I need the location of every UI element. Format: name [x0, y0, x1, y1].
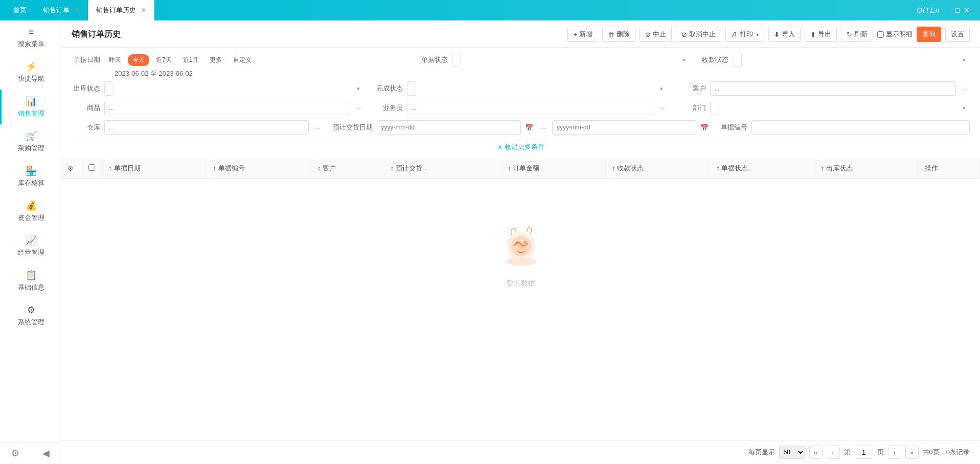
th-estimated[interactable]: ↕ 预计交货...: [384, 159, 501, 179]
export-button[interactable]: ⬆ 导出: [805, 27, 837, 42]
export-label: 导出: [818, 30, 831, 39]
customer-input[interactable]: [710, 81, 956, 96]
top-bar-right: OfTEn — □ ✕: [917, 6, 975, 14]
sidebar-item-system-mgmt[interactable]: ⚙ 系统管理: [0, 298, 61, 333]
fund-mgmt-icon: 💰: [26, 200, 37, 211]
refresh-button[interactable]: ↻ 刷新: [841, 27, 873, 42]
goods-dots-btn[interactable]: ···: [354, 104, 364, 112]
estimated-date-from[interactable]: [377, 120, 521, 135]
last-page-btn[interactable]: »: [905, 446, 919, 459]
th-order-status[interactable]: ↕ 单据状态: [710, 159, 814, 179]
filter-order-status: 单据状态: [419, 53, 689, 67]
complete-status-select[interactable]: [407, 81, 416, 96]
stop-button[interactable]: ⊘ 中止: [640, 27, 672, 42]
shortcut-custom[interactable]: 自定义: [229, 54, 256, 66]
filter-date-display-row: 2023-06-02 至 2023-06-02: [72, 69, 970, 78]
estimated-date-to[interactable]: [552, 120, 696, 135]
sidebar-item-inventory-calc[interactable]: 🏪 库存核算: [0, 159, 61, 194]
customer-dots-btn[interactable]: ···: [960, 85, 970, 93]
th-settings[interactable]: ⚙: [61, 159, 82, 179]
settings-button[interactable]: 设置: [945, 27, 970, 42]
system-mgmt-icon: ⚙: [27, 304, 35, 316]
tab-sales-order-history-label: 销售订单历史: [96, 6, 136, 15]
query-button[interactable]: 查询: [917, 27, 941, 42]
department-select[interactable]: [710, 101, 719, 115]
sidebar-item-fund-mgmt[interactable]: 💰 资金管理: [0, 194, 61, 229]
display-toggle-checkbox[interactable]: [877, 31, 884, 38]
select-all-checkbox[interactable]: [88, 164, 95, 171]
th-number[interactable]: ↕ 单据编号: [207, 159, 311, 179]
salesman-dots-btn[interactable]: ···: [657, 104, 667, 112]
next-page-btn[interactable]: ›: [888, 446, 901, 459]
shortcut-yesterday[interactable]: 昨天: [104, 54, 126, 66]
th-collection-status[interactable]: ↕ 收款状态: [606, 159, 710, 179]
print-button[interactable]: 🖨 打印 ▾: [725, 27, 764, 42]
display-toggle-label: 显示明细: [886, 30, 913, 39]
th-date[interactable]: ↕ 单据日期: [102, 159, 207, 179]
date-from: 2023-06-02: [115, 70, 149, 77]
import-button[interactable]: ⬇ 导入: [768, 27, 801, 42]
main-layout: ≡ 搜索菜单 ⚡ 快捷导航 📊 销售管理 🛒 采购管理 🏪 库存核算 💰 资金管…: [0, 20, 980, 464]
table-header-row: ⚙ ↕ 单据日期 ↕ 单据编号 ↕ 客户: [61, 159, 980, 179]
sidebar-collapse-btn[interactable]: ◀: [42, 448, 50, 459]
department-select-wrapper: [710, 101, 970, 115]
shortcut-7days[interactable]: 近7天: [151, 54, 176, 66]
stop-label: 中止: [653, 30, 666, 39]
salesman-label: 业务员: [374, 103, 403, 113]
sidebar-item-purchase-mgmt[interactable]: 🛒 采购管理: [0, 124, 61, 159]
first-page-btn[interactable]: «: [809, 446, 823, 459]
shortcut-today[interactable]: 今天: [128, 54, 149, 66]
collapse-row[interactable]: ∧ 收起更多条件: [72, 140, 970, 153]
tab-home[interactable]: 首页: [5, 0, 35, 20]
sidebar-item-quick-nav[interactable]: ⚡ 快捷导航: [0, 55, 61, 90]
warehouse-dots-btn[interactable]: ···: [313, 124, 323, 131]
calendar-to-icon[interactable]: 📅: [700, 124, 709, 131]
th-customer[interactable]: ↕ 客户: [311, 159, 384, 179]
tab-sales-order-history-close[interactable]: ✕: [141, 7, 146, 14]
display-toggle[interactable]: 显示明细: [877, 30, 913, 39]
sidebar-item-operations-mgmt[interactable]: 📈 经营管理: [0, 229, 61, 263]
prev-page-btn[interactable]: ‹: [827, 446, 840, 459]
sidebar-item-search-menu[interactable]: ≡ 搜索菜单: [0, 20, 61, 55]
tab-sales-order[interactable]: 销售订单 ✕: [35, 0, 88, 20]
svg-point-3: [515, 242, 518, 245]
warehouse-input[interactable]: [104, 120, 309, 135]
order-number-input[interactable]: [751, 120, 970, 135]
collection-status-select[interactable]: [733, 53, 742, 67]
window-minimize[interactable]: —: [944, 6, 951, 14]
order-status-select[interactable]: [452, 53, 461, 67]
sidebar-item-basic-info[interactable]: 📋 基础信息: [0, 263, 61, 298]
empty-state: 暂无数据: [61, 179, 980, 329]
sidebar-item-quick-nav-label: 快捷导航: [18, 74, 44, 83]
window-close[interactable]: ✕: [964, 6, 970, 14]
th-amount[interactable]: ↕ 订单金额: [502, 159, 606, 179]
settings-label: 设置: [951, 30, 964, 39]
per-page-select[interactable]: 50 10 20 100: [779, 446, 805, 459]
order-status-select-wrapper: [452, 53, 689, 67]
tab-home-label: 首页: [13, 6, 27, 15]
window-maximize[interactable]: □: [955, 6, 960, 14]
sidebar-bottom: ⚙ ◀: [0, 442, 61, 464]
tab-sales-order-history[interactable]: 销售订单历史 ✕: [88, 0, 154, 20]
salesman-input[interactable]: [407, 101, 653, 115]
shortcut-1month[interactable]: 近1月: [178, 54, 203, 66]
goods-label: 商品: [72, 103, 100, 113]
th-out-status[interactable]: ↕ 出库状态: [814, 159, 919, 179]
collection-status-select-wrapper: [733, 53, 970, 67]
cancel-stop-button[interactable]: ⊘ 取消中止: [676, 27, 721, 42]
delete-button[interactable]: 🗑 删除: [602, 27, 635, 42]
out-status-select[interactable]: [104, 81, 113, 96]
date-to: 2023-06-02: [158, 70, 193, 77]
shortcut-more[interactable]: 更多: [205, 54, 226, 66]
calendar-from-icon[interactable]: 📅: [525, 124, 533, 131]
page-input[interactable]: [855, 446, 873, 459]
new-button[interactable]: + 新增: [567, 27, 598, 42]
goods-input[interactable]: [104, 101, 350, 115]
tab-sales-order-close[interactable]: ✕: [75, 7, 80, 14]
sidebar-item-search-menu-label: 搜索菜单: [18, 39, 44, 49]
th-checkbox[interactable]: [82, 159, 102, 179]
sidebar-settings-btn[interactable]: ⚙: [11, 448, 19, 459]
filter-goods: 商品 ···: [72, 101, 364, 115]
sidebar-item-sales-mgmt[interactable]: 📊 销售管理: [0, 90, 61, 124]
stop-icon: ⊘: [645, 31, 651, 38]
